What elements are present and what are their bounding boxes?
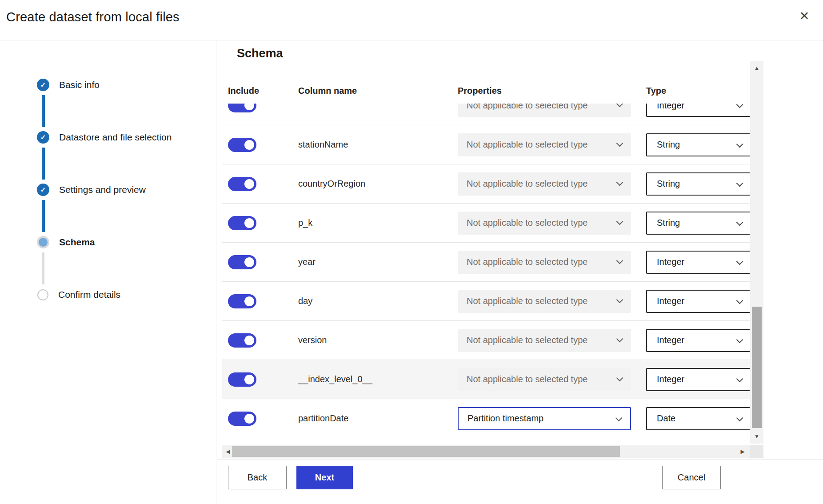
scrollbar-corner bbox=[750, 445, 763, 458]
toggle-knob bbox=[244, 296, 254, 306]
stepper-connector bbox=[42, 148, 45, 180]
vertical-scrollbar[interactable]: ▲ ▼ bbox=[750, 61, 763, 444]
chevron-down-icon bbox=[615, 414, 623, 421]
include-toggle[interactable] bbox=[228, 138, 256, 152]
column-header-properties: Properties bbox=[458, 86, 502, 96]
chevron-down-icon bbox=[736, 375, 743, 382]
type-value: Integer bbox=[657, 335, 684, 345]
properties-dropdown[interactable]: Not applicable to selected type bbox=[458, 329, 631, 352]
close-icon[interactable]: ✕ bbox=[795, 7, 813, 25]
scroll-down-icon[interactable]: ▼ bbox=[750, 430, 763, 443]
column-header-type: Type bbox=[646, 86, 666, 96]
column-name-cell: stationName bbox=[298, 140, 348, 150]
include-toggle[interactable] bbox=[228, 372, 256, 387]
properties-dropdown[interactable]: Not applicable to selected type bbox=[458, 172, 631, 196]
type-dropdown[interactable]: Integer bbox=[646, 251, 750, 274]
properties-value: Not applicable to selected type bbox=[467, 257, 587, 267]
step-state-icon: ✓ bbox=[37, 79, 49, 91]
table-row: partitionDate Partition timestamp Date bbox=[222, 399, 750, 438]
type-value: Integer bbox=[657, 296, 684, 306]
step-state-icon: ✓ bbox=[37, 131, 49, 144]
column-name-cell: countryOrRegion bbox=[298, 179, 365, 189]
step-label: Basic info bbox=[59, 80, 100, 90]
properties-value: Not applicable to selected type bbox=[467, 104, 587, 111]
include-toggle[interactable] bbox=[228, 294, 256, 308]
toggle-knob bbox=[244, 414, 254, 424]
wizard-stepper: ✓ Basic info ✓ Datastore and file select… bbox=[0, 40, 216, 504]
dialog-body: ✓ Basic info ✓ Datastore and file select… bbox=[0, 40, 823, 504]
type-dropdown[interactable]: String bbox=[646, 212, 750, 235]
type-value: String bbox=[657, 140, 680, 150]
toggle-knob bbox=[244, 336, 254, 345]
chevron-down-icon bbox=[616, 104, 623, 107]
step-current-icon bbox=[37, 236, 49, 248]
chevron-down-icon bbox=[616, 374, 623, 381]
type-dropdown[interactable]: Integer bbox=[646, 104, 750, 117]
type-dropdown[interactable]: String bbox=[646, 172, 750, 196]
stepper-step-settings-and-preview[interactable]: ✓ Settings and preview bbox=[0, 183, 216, 196]
table-row: stationName Not applicable to selected t… bbox=[222, 125, 750, 164]
chevron-down-icon bbox=[616, 218, 623, 225]
footer-divider bbox=[217, 459, 823, 460]
step-label: Settings and preview bbox=[59, 184, 146, 195]
type-value: Date bbox=[657, 413, 675, 424]
toggle-knob bbox=[244, 375, 254, 384]
include-toggle[interactable] bbox=[228, 333, 256, 348]
include-toggle[interactable] bbox=[228, 177, 256, 191]
scroll-right-icon[interactable]: ▶ bbox=[737, 445, 748, 458]
stepper-step-basic-info[interactable]: ✓ Basic info bbox=[0, 78, 216, 92]
properties-value: Not applicable to selected type bbox=[467, 218, 587, 228]
chevron-down-icon bbox=[616, 296, 623, 303]
chevron-down-icon bbox=[736, 104, 743, 108]
properties-dropdown[interactable]: Not applicable to selected type bbox=[458, 133, 631, 156]
back-button[interactable]: Back bbox=[228, 466, 287, 489]
include-toggle[interactable] bbox=[228, 216, 256, 230]
properties-dropdown[interactable]: Not applicable to selected type bbox=[458, 104, 631, 117]
step-state-icon: ✓ bbox=[37, 184, 49, 196]
properties-dropdown[interactable]: Not applicable to selected type bbox=[458, 212, 631, 235]
properties-value: Not applicable to selected type bbox=[467, 179, 587, 189]
table-row: countryOrRegion Not applicable to select… bbox=[222, 164, 750, 203]
type-dropdown[interactable]: Integer bbox=[646, 290, 750, 313]
stepper-connector bbox=[42, 95, 45, 127]
properties-value: Not applicable to selected type bbox=[467, 335, 587, 345]
step-state-icon bbox=[37, 236, 49, 248]
include-toggle[interactable] bbox=[228, 412, 256, 426]
chevron-down-icon bbox=[736, 258, 743, 265]
cancel-button[interactable]: Cancel bbox=[662, 466, 721, 489]
type-value: Integer bbox=[657, 104, 684, 111]
type-value: String bbox=[657, 218, 680, 228]
properties-dropdown[interactable]: Not applicable to selected type bbox=[458, 290, 631, 313]
chevron-down-icon bbox=[616, 257, 623, 264]
horizontal-scrollbar[interactable]: ◀ ▶ bbox=[222, 445, 750, 458]
table-row: version Not applicable to selected type … bbox=[222, 320, 750, 360]
include-toggle[interactable] bbox=[228, 104, 256, 112]
properties-dropdown[interactable]: Not applicable to selected type bbox=[458, 251, 631, 274]
properties-dropdown[interactable]: Partition timestamp bbox=[458, 407, 631, 430]
table-row: year Not applicable to selected type Int… bbox=[222, 242, 750, 281]
scroll-up-icon[interactable]: ▲ bbox=[750, 62, 763, 74]
type-dropdown[interactable]: String bbox=[646, 133, 750, 156]
next-button[interactable]: Next bbox=[296, 466, 353, 489]
column-name-cell: partitionDate bbox=[298, 413, 348, 424]
schema-panel: Schema Include Column name Properties Ty… bbox=[216, 40, 823, 504]
column-name-cell: day bbox=[298, 296, 312, 306]
toggle-knob bbox=[244, 179, 254, 189]
horizontal-scrollbar-thumb[interactable] bbox=[232, 446, 620, 457]
type-dropdown[interactable]: Date bbox=[646, 407, 750, 430]
stepper-step-confirm-details[interactable]: Confirm details bbox=[0, 288, 216, 301]
step-check-icon: ✓ bbox=[37, 131, 49, 144]
vertical-scrollbar-thumb[interactable] bbox=[752, 307, 762, 428]
step-check-icon: ✓ bbox=[37, 184, 49, 196]
properties-dropdown[interactable]: Not applicable to selected type bbox=[458, 368, 631, 391]
table-row: Not applicable to selected type Integer bbox=[222, 104, 750, 125]
stepper-step-datastore-and-file-selection[interactable]: ✓ Datastore and file selection bbox=[0, 131, 216, 144]
include-toggle[interactable] bbox=[228, 255, 256, 269]
chevron-down-icon bbox=[736, 140, 743, 148]
type-dropdown[interactable]: Integer bbox=[646, 368, 750, 391]
type-dropdown[interactable]: Integer bbox=[646, 329, 750, 352]
toggle-knob bbox=[244, 104, 254, 110]
stepper-step-schema[interactable]: Schema bbox=[0, 236, 216, 249]
step-label: Datastore and file selection bbox=[59, 132, 172, 143]
chevron-down-icon bbox=[736, 297, 743, 304]
